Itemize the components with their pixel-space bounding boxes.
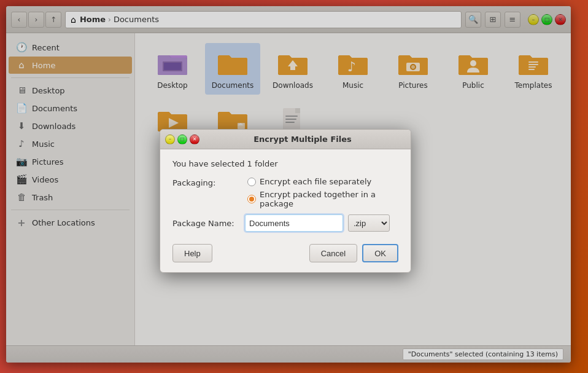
package-name-label: Package Name: xyxy=(172,219,240,228)
title-bar: ‹ › ↑ ⌂ Home › Documents 🔍 ⊞ ≡ – □ ✕ xyxy=(6,6,571,33)
status-bar: "Documents" selected (containing 13 item… xyxy=(6,345,571,363)
dialog-buttons: Help Cancel OK xyxy=(172,241,398,262)
sidebar-item-documents[interactable]: 📄 Documents xyxy=(9,100,132,117)
sidebar-label-downloads: Downloads xyxy=(32,122,75,131)
maximize-button[interactable]: □ xyxy=(541,14,552,25)
svg-rect-14 xyxy=(528,69,535,70)
forward-button[interactable]: › xyxy=(28,12,44,28)
svg-text:♪: ♪ xyxy=(347,59,356,74)
file-item-music[interactable]: ♪ Music xyxy=(325,43,381,95)
minimize-button[interactable]: – xyxy=(528,14,539,25)
search-button[interactable]: 🔍 xyxy=(465,12,481,28)
breadcrumb-bar: ⌂ Home › Documents xyxy=(65,11,462,28)
file-item-pictures[interactable]: Pictures xyxy=(385,43,441,95)
dialog-body: You have selected 1 folder Packaging: En… xyxy=(160,149,411,272)
svg-rect-4 xyxy=(164,63,181,70)
package-name-row: Package Name: .zip .tar.gz .tar.bz2 xyxy=(172,214,398,232)
status-text: "Documents" selected (containing 13 item… xyxy=(403,348,563,360)
nav-buttons: ‹ › ↑ xyxy=(11,12,61,28)
trash-sidebar-icon: 🗑 xyxy=(16,192,27,203)
documents-sidebar-icon: 📄 xyxy=(16,103,27,114)
sidebar-label-trash: Trash xyxy=(32,193,53,202)
svg-rect-11 xyxy=(528,61,538,63)
packaging-options: Encrypt each file separately Encrypt pac… xyxy=(247,177,398,208)
back-button[interactable]: ‹ xyxy=(11,12,27,28)
breadcrumb-separator: › xyxy=(108,15,111,24)
sidebar-item-music[interactable]: ♪ Music xyxy=(9,135,132,152)
sidebar-label-home: Home xyxy=(32,61,55,70)
dialog-selection-info: You have selected 1 folder xyxy=(172,159,398,168)
sidebar-separator-1 xyxy=(11,77,130,78)
toolbar-actions: 🔍 ⊞ ≡ xyxy=(465,12,520,28)
radio-option-1[interactable]: Encrypt each file separately xyxy=(247,177,398,186)
downloads-sidebar-icon: ⬇ xyxy=(16,120,27,132)
sidebar-label-desktop: Desktop xyxy=(32,86,65,95)
up-button[interactable]: ↑ xyxy=(45,12,61,28)
music-sidebar-icon: ♪ xyxy=(16,138,27,149)
radio-circle-1 xyxy=(247,178,256,186)
public-file-label: Public xyxy=(462,81,484,91)
svg-rect-12 xyxy=(528,64,538,65)
sidebar-item-pictures[interactable]: 📷 Pictures xyxy=(9,153,132,170)
music-file-label: Music xyxy=(342,81,363,91)
home-icon: ⌂ xyxy=(71,15,76,25)
svg-point-9 xyxy=(411,65,415,69)
sidebar-item-trash[interactable]: 🗑 Trash xyxy=(9,189,132,206)
file-item-public[interactable]: Public xyxy=(446,43,501,95)
templates-folder-icon xyxy=(517,47,549,79)
pictures-folder-icon xyxy=(397,47,429,79)
help-button[interactable]: Help xyxy=(172,244,212,262)
templates-file-label: Templates xyxy=(514,81,552,91)
package-name-input[interactable] xyxy=(245,214,343,232)
svg-rect-22 xyxy=(285,122,295,123)
sidebar-item-home[interactable]: ⌂ Home xyxy=(9,57,132,74)
radio-circle-2 xyxy=(247,195,256,203)
packaging-label: Packaging: xyxy=(172,177,240,187)
home-sidebar-icon: ⌂ xyxy=(16,60,27,71)
svg-rect-20 xyxy=(285,116,298,117)
downloads-folder-icon xyxy=(277,47,309,79)
file-item-desktop[interactable]: Desktop xyxy=(145,43,200,95)
extension-select[interactable]: .zip .tar.gz .tar.bz2 xyxy=(348,214,390,232)
desktop-sidebar-icon: 🖥 xyxy=(16,85,27,96)
ok-button[interactable]: OK xyxy=(362,244,398,262)
sidebar-item-downloads[interactable]: ⬇ Downloads xyxy=(9,117,132,135)
svg-rect-21 xyxy=(285,119,296,120)
file-item-templates[interactable]: Templates xyxy=(506,43,561,95)
menu-button[interactable]: ≡ xyxy=(505,12,520,28)
encrypt-dialog: – □ ✕ Encrypt Multiple Files You have se… xyxy=(160,129,411,273)
dialog-packaging-row: Packaging: Encrypt each file separately … xyxy=(172,177,398,208)
dialog-maximize-button[interactable]: □ xyxy=(177,135,187,144)
sidebar-item-videos[interactable]: 🎬 Videos xyxy=(9,171,132,188)
radio-option-2[interactable]: Encrypt packed together in a package xyxy=(247,190,398,208)
dialog-title-bar: – □ ✕ Encrypt Multiple Files xyxy=(160,130,411,149)
music-folder-icon: ♪ xyxy=(337,47,369,79)
radio-label-1: Encrypt each file separately xyxy=(260,177,371,186)
dialog-close-button[interactable]: ✕ xyxy=(190,135,199,144)
file-item-downloads[interactable]: Downloads xyxy=(265,43,320,95)
dialog-minimize-button[interactable]: – xyxy=(165,135,175,144)
dialog-title-text: Encrypt Multiple Files xyxy=(199,135,406,144)
svg-rect-19 xyxy=(295,108,300,113)
desktop-folder-icon xyxy=(157,47,188,79)
sidebar-separator-2 xyxy=(11,210,130,210)
view-toggle-button[interactable]: ⊞ xyxy=(485,12,501,28)
breadcrumb-home[interactable]: Home xyxy=(80,15,106,24)
close-button[interactable]: ✕ xyxy=(555,14,566,25)
sidebar-label-recent: Recent xyxy=(32,43,60,52)
sidebar-item-other-locations[interactable]: + Other Locations xyxy=(9,214,132,232)
desktop-file-label: Desktop xyxy=(157,81,188,91)
file-item-documents[interactable]: Documents xyxy=(205,43,260,95)
dialog-window-controls: – □ ✕ xyxy=(165,135,199,144)
sidebar-item-desktop[interactable]: 🖥 Desktop xyxy=(9,82,132,99)
documents-folder-icon xyxy=(217,47,249,79)
sidebar-label-pictures: Pictures xyxy=(32,157,63,167)
breadcrumb-sub[interactable]: Documents xyxy=(114,15,159,24)
public-folder-icon xyxy=(457,47,489,79)
other-locations-sidebar-icon: + xyxy=(16,217,27,229)
sidebar-item-recent[interactable]: 🕐 Recent xyxy=(9,39,132,56)
cancel-button[interactable]: Cancel xyxy=(309,244,357,262)
videos-sidebar-icon: 🎬 xyxy=(16,174,27,185)
window-controls: – □ ✕ xyxy=(528,14,566,25)
pictures-file-label: Pictures xyxy=(398,81,428,91)
